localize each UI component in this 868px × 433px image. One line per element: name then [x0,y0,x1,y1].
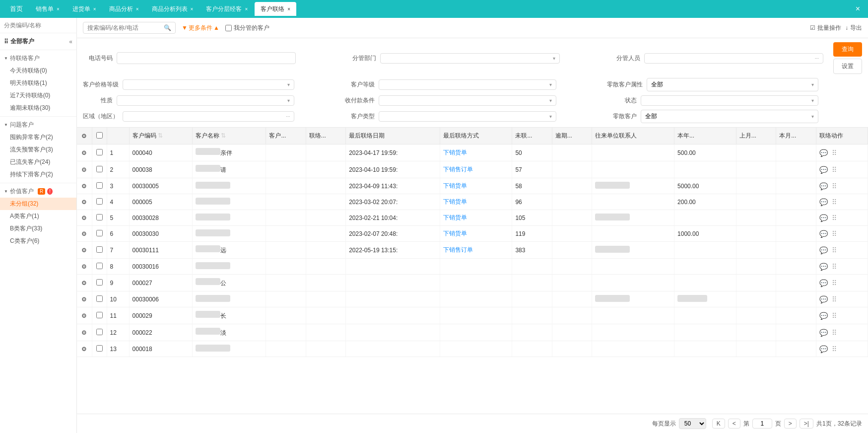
row-checkbox[interactable] [96,295,103,302]
sidebar-item-a-class[interactable]: A类客户(1) [0,210,76,222]
status-select[interactable]: ▾ [641,95,818,106]
dept-select[interactable]: ▾ [380,53,559,64]
td-gear[interactable]: ⚙ [77,341,92,357]
nav-tab-sales[interactable]: 销售单 × [30,2,66,16]
first-page-btn[interactable]: K [712,419,725,429]
td-check[interactable] [92,307,107,324]
window-close-button[interactable]: × [852,4,864,13]
row-checkbox[interactable] [96,214,103,220]
chat-icon[interactable]: 💬 [819,279,828,287]
chat-icon[interactable]: 💬 [819,295,828,303]
chat-icon[interactable]: 💬 [819,345,828,353]
td-check[interactable] [92,144,107,161]
grid-action-icon[interactable]: ⠿ [832,214,837,222]
sidebar-item-churned[interactable]: 已流失客户(24) [0,156,76,168]
grid-action-icon[interactable]: ⠿ [832,182,837,190]
td-gear[interactable]: ⚙ [77,242,92,259]
all-customers-header[interactable]: ⠿ 全部客户 « [0,33,76,48]
grid-action-icon[interactable]: ⠿ [832,312,837,320]
grid-action-icon[interactable]: ⠿ [832,345,837,353]
batch-ops-btn[interactable]: ☑ 批量操作 [810,24,841,32]
sidebar-item-b-class[interactable]: B类客户(33) [0,222,76,235]
td-gear[interactable]: ⚙ [77,226,92,242]
row-checkbox[interactable] [96,182,103,189]
td-check[interactable] [92,324,107,341]
chat-icon[interactable]: 💬 [819,312,828,320]
td-gear[interactable]: ⚙ [77,307,92,324]
th-settings[interactable]: ⚙ [77,128,92,144]
sidebar-item-hoarding[interactable]: 囤购异常客户(2) [0,131,76,144]
method-link[interactable]: 下销售订单 [443,166,473,173]
grid-action-icon[interactable]: ⠿ [832,279,837,287]
last-page-btn[interactable]: >| [800,419,813,429]
method-link[interactable]: 下销货单 [443,230,467,237]
row-checkbox[interactable] [96,279,103,286]
td-gear[interactable]: ⚙ [77,275,92,291]
td-check[interactable] [92,291,107,307]
chat-icon[interactable]: 💬 [819,246,828,254]
td-gear[interactable]: ⚙ [77,161,92,178]
reset-button[interactable]: 设置 [833,59,862,74]
sidebar-item-ungroup[interactable]: 未分组(32) [0,198,76,210]
row-checkbox[interactable] [96,345,103,352]
customer-type-select[interactable]: ▾ [379,111,556,122]
region-select[interactable]: ··· [123,111,294,122]
select-all-checkbox[interactable] [96,132,103,139]
phone-input[interactable] [117,52,296,64]
td-gear[interactable]: ⚙ [77,210,92,226]
sidebar-group-value[interactable]: ▼ 价值客户 R ! [0,185,76,198]
close-icon[interactable]: × [287,6,290,12]
row-checkbox[interactable] [96,312,103,318]
sidebar-item-today[interactable]: 今天待联络(0) [0,65,76,77]
sidebar-search-bar[interactable]: 🔍 [0,18,76,33]
td-check[interactable] [92,259,107,275]
sidebar-item-c-class[interactable]: C类客户(6) [0,235,76,247]
row-checkbox[interactable] [96,263,103,269]
customer-level-select[interactable]: ▾ [379,79,556,90]
td-gear[interactable]: ⚙ [77,291,92,307]
nav-tab-customer-contact[interactable]: 客户联络 × [255,2,296,16]
scatter-customer-select[interactable]: 全部▾ [641,110,818,123]
row-checkbox[interactable] [96,166,103,172]
grid-action-icon[interactable]: ⠿ [832,230,837,238]
sidebar-item-overdue[interactable]: 逾期未联络(30) [0,102,76,114]
page-size-select[interactable]: 50 100 200 [679,418,706,429]
td-check[interactable] [92,161,107,178]
td-gear[interactable]: ⚙ [77,178,92,194]
prev-page-btn[interactable]: < [728,419,740,429]
sidebar-item-7days[interactable]: 近7天待联络(0) [0,89,76,102]
sidebar-group-problem[interactable]: ▼ 问题客户 [0,119,76,131]
nav-home[interactable]: 首页 [4,2,29,16]
chat-icon[interactable]: 💬 [819,166,828,174]
chat-icon[interactable]: 💬 [819,149,828,157]
th-name[interactable]: 客户名称 ⇅ [192,128,266,144]
nav-tab-purchase[interactable]: 进货单 × [67,2,102,16]
method-link[interactable]: 下销售订单 [443,246,473,253]
chat-icon[interactable]: 💬 [819,230,828,238]
nav-tab-product-analysis[interactable]: 商品分析 × [103,2,145,16]
grid-action-icon[interactable]: ⠿ [832,246,837,254]
td-check[interactable] [92,226,107,242]
chat-icon[interactable]: 💬 [819,329,828,337]
grid-action-icon[interactable]: ⠿ [832,295,837,303]
method-link[interactable]: 下销货单 [443,214,467,221]
grid-action-icon[interactable]: ⠿ [832,263,837,271]
chat-icon[interactable]: 💬 [819,263,828,271]
payment-select[interactable]: ▾ [379,95,556,106]
row-checkbox[interactable] [96,149,103,155]
row-checkbox[interactable] [96,198,103,205]
search-icon[interactable]: 🔍 [164,24,171,31]
td-gear[interactable]: ⚙ [77,324,92,341]
collapse-icon[interactable]: « [69,38,72,45]
close-icon[interactable]: × [57,6,60,12]
td-check[interactable] [92,341,107,357]
row-checkbox[interactable] [96,246,103,253]
sidebar-search-input[interactable] [4,22,77,29]
method-link[interactable]: 下销货单 [443,149,467,156]
close-icon[interactable]: × [93,6,96,12]
sidebar-group-pending[interactable]: ▼ 待联络客户 [0,52,76,65]
close-icon[interactable]: × [136,6,139,12]
nature-select[interactable]: ▾ [117,95,294,106]
th-code[interactable]: 客户编码 ⇅ [129,128,192,144]
my-customers-checkbox[interactable]: 我分管的客户 [225,24,269,32]
